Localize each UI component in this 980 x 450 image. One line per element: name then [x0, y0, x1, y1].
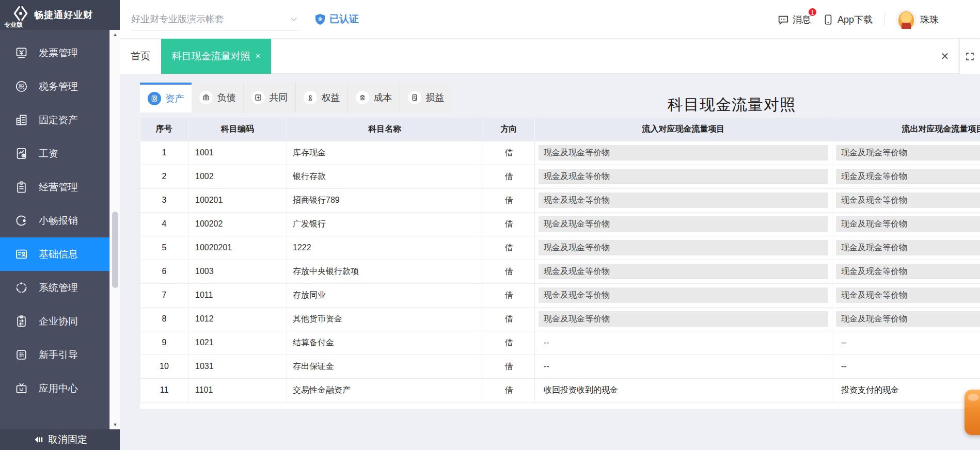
brand-edition: 专业版 — [4, 21, 23, 29]
app-window: 畅捷通好业财 专业版 发票管理税税务管理固定资产工资经营管理小畅报销基础信息系统… — [0, 0, 980, 450]
cell-index: 5 — [140, 236, 188, 260]
sidebar-scrollbar[interactable]: ▲ ▼ — [109, 30, 120, 429]
basic-info-icon — [14, 247, 28, 261]
sidebar-item-basic-info[interactable]: 基础信息 — [0, 237, 109, 271]
table-row[interactable]: 5100202011222借现金及现金等价物现金及现金等价物 — [140, 236, 980, 260]
cell-direction: 借 — [483, 355, 535, 378]
unpin-sidebar-button[interactable]: 取消固定 — [0, 429, 120, 450]
close-all-icon[interactable]: ✕ — [935, 39, 955, 74]
operations-icon — [14, 180, 28, 194]
sidebar-item-label: 新手引导 — [39, 348, 78, 362]
sidebar-item-invoice[interactable]: 发票管理 — [0, 36, 109, 70]
outflow-field[interactable]: 现金及现金等价物 — [836, 240, 980, 255]
outflow-field[interactable]: 现金及现金等价物 — [836, 192, 980, 208]
sidebar-item-operations[interactable]: 经营管理 — [0, 170, 109, 204]
cell-index: 1 — [140, 141, 188, 165]
sidebar-item-label: 系统管理 — [39, 281, 78, 295]
table-row[interactable]: 81012其他货币资金借现金及现金等价物现金及现金等价物 — [140, 307, 980, 331]
sidebar-item-tax[interactable]: 税税务管理 — [0, 70, 109, 103]
category-tab-equity[interactable]: 权益 — [296, 83, 348, 112]
sidebar-item-fixed-assets[interactable]: 固定资产 — [0, 103, 109, 137]
cell-index: 2 — [140, 165, 188, 188]
assistant-widget[interactable] — [965, 390, 980, 435]
category-tab-label: 共同 — [270, 91, 288, 104]
category-tab-cost[interactable]: 成本 — [348, 83, 400, 112]
cell-account-code: 1001 — [188, 141, 287, 165]
fullscreen-button[interactable] — [959, 39, 980, 74]
category-tab-asset[interactable]: 资产 — [140, 83, 192, 112]
table-row[interactable]: 61003存放中央银行款项借现金及现金等价物现金及现金等价物 — [140, 260, 980, 283]
sidebar-menu: 发票管理税税务管理固定资产工资经营管理小畅报销基础信息系统管理企业协同新新手引导… — [0, 30, 109, 429]
inflow-field[interactable]: 现金及现金等价物 — [539, 264, 828, 279]
sidebar-item-reimburse[interactable]: 小畅报销 — [0, 204, 109, 237]
table-row[interactable]: 101031存出保证金借---- — [140, 355, 980, 378]
invoice-icon — [14, 46, 28, 60]
svg-text:新: 新 — [19, 352, 24, 358]
guide-icon: 新 — [14, 348, 28, 362]
messages-button[interactable]: 消息 1 — [778, 13, 811, 26]
outflow-field[interactable]: 现金及现金等价物 — [836, 264, 980, 279]
table-row[interactable]: 11001库存现金借现金及现金等价物现金及现金等价物 — [140, 141, 980, 165]
scrollbar-thumb[interactable] — [112, 212, 118, 288]
inflow-value: -- — [539, 362, 828, 371]
category-tab-liability[interactable]: 负债 — [192, 83, 244, 112]
scroll-down-icon[interactable]: ▼ — [110, 420, 120, 429]
inflow-field[interactable]: 现金及现金等价物 — [539, 216, 828, 232]
equity-icon-circle — [304, 91, 317, 104]
category-tab-common[interactable]: 共同 — [244, 83, 296, 112]
sidebar-item-label: 应用中心 — [39, 382, 78, 395]
inflow-field[interactable]: 现金及现金等价物 — [539, 169, 828, 184]
app-download-button[interactable]: App下载 — [823, 13, 873, 26]
inflow-field[interactable]: 现金及现金等价物 — [539, 145, 828, 160]
cell-direction: 借 — [483, 331, 535, 355]
cell-direction: 借 — [483, 188, 535, 212]
cell-direction: 借 — [483, 165, 535, 188]
cell-account-code: 1003 — [188, 260, 287, 283]
inflow-field[interactable]: 现金及现金等价物 — [539, 240, 828, 255]
unpin-label: 取消固定 — [48, 433, 87, 446]
brand-logo-icon — [11, 4, 30, 23]
verified-badge[interactable]: 企 已认证 — [314, 12, 359, 26]
outflow-field[interactable]: 现金及现金等价物 — [836, 287, 980, 303]
table-row[interactable]: 91021结算备付金借---- — [140, 331, 980, 355]
sidebar-item-collaboration[interactable]: 企业协同 — [0, 304, 109, 338]
sidebar-item-app-center[interactable]: 应用中心 — [0, 372, 109, 405]
category-tab-profit-loss[interactable]: 损益 — [400, 83, 452, 112]
outflow-field[interactable]: 现金及现金等价物 — [836, 311, 980, 327]
cell-direction: 借 — [483, 307, 535, 331]
sidebar-item-salary[interactable]: 工资 — [0, 137, 109, 170]
cell-account-name: 结算备付金 — [287, 331, 483, 355]
table-body: 11001库存现金借现金及现金等价物现金及现金等价物21002银行存款借现金及现… — [140, 141, 980, 402]
message-bubble-icon — [778, 14, 789, 25]
user-menu[interactable]: 珠珠 — [896, 9, 939, 30]
table-header-row: 序号科目编码科目名称方向流入对应现金流量项目流出对应现金流量项目 — [140, 118, 980, 141]
inflow-field[interactable]: 现金及现金等价物 — [539, 311, 828, 327]
inflow-field[interactable]: 现金及现金等价物 — [539, 192, 828, 208]
cell-account-name: 招商银行789 — [287, 188, 483, 212]
outflow-field[interactable]: 现金及现金等价物 — [836, 216, 980, 232]
app-download-label: App下载 — [837, 13, 873, 26]
account-set-select[interactable]: 好业财专业版演示帐套 — [131, 7, 298, 31]
sidebar-item-guide[interactable]: 新新手引导 — [0, 338, 109, 372]
table-row[interactable]: 71011存放同业借现金及现金等价物现金及现金等价物 — [140, 283, 980, 307]
cell-account-code: 1101 — [188, 378, 287, 402]
outflow-value: -- — [836, 338, 980, 347]
inflow-field[interactable]: 现金及现金等价物 — [539, 287, 828, 303]
sidebar-item-system[interactable]: 系统管理 — [0, 271, 109, 304]
cell-account-code: 1021 — [188, 331, 287, 355]
topbar-divider — [884, 13, 884, 26]
close-tab-icon[interactable]: × — [256, 52, 260, 61]
table-row[interactable]: 4100202广发银行借现金及现金等价物现金及现金等价物 — [140, 212, 980, 236]
tab-home[interactable]: 首页 — [120, 39, 161, 74]
table-row[interactable]: 111101交易性金融资产借收回投资收到的现金投资支付的现金 — [140, 378, 980, 402]
table-row[interactable]: 21002银行存款借现金及现金等价物现金及现金等价物 — [140, 165, 980, 188]
asset-icon-circle — [148, 92, 161, 105]
topbar-right: 消息 1 App下载 珠珠 — [778, 0, 939, 39]
salary-icon — [14, 147, 28, 160]
column-header-4: 流入对应现金流量项目 — [535, 118, 832, 141]
outflow-field[interactable]: 现金及现金等价物 — [836, 169, 980, 184]
tab-active-document[interactable]: 科目现金流量对照 × — [161, 39, 271, 74]
scroll-up-icon[interactable]: ▲ — [110, 30, 120, 39]
outflow-field[interactable]: 现金及现金等价物 — [836, 145, 980, 160]
table-row[interactable]: 3100201招商银行789借现金及现金等价物现金及现金等价物 — [140, 188, 980, 212]
